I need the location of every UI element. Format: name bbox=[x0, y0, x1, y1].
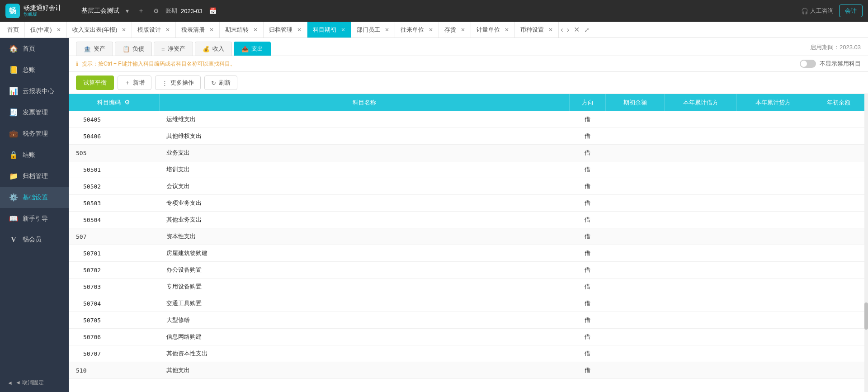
cell-initial-balance bbox=[606, 178, 665, 195]
calendar-icon[interactable]: 📅 bbox=[206, 5, 219, 16]
tab-income[interactable]: 收入支出表(年报) ✕ bbox=[67, 22, 132, 38]
tab-unit-close[interactable]: ✕ bbox=[505, 27, 509, 33]
service-btn[interactable]: 🎧 人工咨询 bbox=[801, 7, 834, 15]
more-icon: ⋮ bbox=[162, 80, 168, 86]
table-row[interactable]: 50504 其他业务支出 借 bbox=[69, 212, 868, 228]
cell-ytd-debit bbox=[665, 161, 737, 178]
tab-dept-employee-close[interactable]: ✕ bbox=[385, 27, 389, 33]
tab-interim[interactable]: 仅(中期) ✕ bbox=[25, 22, 67, 38]
sidebar-item-closing[interactable]: 🔒 结账 bbox=[0, 144, 69, 165]
tab-currency[interactable]: 币种设置 ✕ bbox=[515, 22, 559, 38]
archive-icon: 📁 bbox=[9, 172, 18, 180]
cell-code: 50501 bbox=[69, 161, 159, 178]
col-settings-icon[interactable]: ⚙ bbox=[124, 99, 130, 106]
settings-btn[interactable]: ⚙ bbox=[151, 5, 162, 16]
tab-archive-mgmt-close[interactable]: ✕ bbox=[297, 27, 302, 33]
table-row[interactable]: 510 其他支出 借 bbox=[69, 362, 868, 379]
tab-interim-close[interactable]: ✕ bbox=[57, 27, 61, 33]
table-row[interactable]: 50406 其他维权支出 借 bbox=[69, 128, 868, 145]
add-btn[interactable]: ＋ 新增 bbox=[118, 76, 151, 90]
table-row[interactable]: 50704 交通工具购置 借 bbox=[69, 295, 868, 312]
col-code[interactable]: 科目编码 ⚙ bbox=[69, 94, 159, 111]
sidebar-item-basic-settings[interactable]: ⚙️ 基础设置 bbox=[0, 187, 69, 208]
tab-inventory-close[interactable]: ✕ bbox=[461, 27, 465, 33]
table-row[interactable]: 50503 专项业务支出 借 bbox=[69, 195, 868, 212]
scrollbar-thumb[interactable] bbox=[864, 302, 868, 330]
sidebar-item-tax[interactable]: 💼 税务管理 bbox=[0, 123, 69, 144]
more-actions-btn[interactable]: ⋮ 更多操作 bbox=[155, 76, 201, 90]
table-row[interactable]: 50701 房屋建筑物购建 借 bbox=[69, 245, 868, 262]
calculate-btn[interactable]: 试算平衡 bbox=[76, 76, 114, 90]
tab-period-end-close[interactable]: ✕ bbox=[253, 27, 258, 33]
table-row[interactable]: 50405 运维维支出 借 bbox=[69, 111, 868, 128]
sidebar-archive-label: 归档管理 bbox=[23, 172, 48, 180]
table-row[interactable]: 50703 专用设备购置 借 bbox=[69, 279, 868, 295]
cell-name: 资本性支出 bbox=[159, 228, 570, 245]
tab-close-all-btn[interactable]: ✕ bbox=[571, 25, 582, 34]
table-row[interactable]: 50707 其他资本性支出 借 bbox=[69, 345, 868, 362]
tab-counterparty-close[interactable]: ✕ bbox=[429, 27, 433, 33]
report-icon: 📊 bbox=[9, 87, 18, 95]
cell-initial-balance bbox=[606, 262, 665, 279]
disable-toggle[interactable] bbox=[800, 60, 816, 68]
sub-tab-liabilities[interactable]: 📋 负债 bbox=[115, 42, 152, 56]
cell-ytd-credit bbox=[737, 262, 809, 279]
table-row[interactable]: 50706 信息网络购建 借 bbox=[69, 329, 868, 345]
tab-currency-close[interactable]: ✕ bbox=[548, 27, 553, 33]
sub-tab-income[interactable]: 💰 收入 bbox=[195, 42, 232, 56]
tab-nav-left[interactable]: ‹ bbox=[559, 26, 565, 34]
tab-nav-right[interactable]: › bbox=[565, 26, 571, 34]
sidebar: 🏠 首页 📒 总账 📊 云报表中心 🧾 发票管理 💼 税务管理 🔒 结账 📁 归… bbox=[0, 38, 69, 392]
company-name[interactable]: 基层工会测试 bbox=[81, 7, 119, 15]
tab-unit[interactable]: 计量单位 ✕ bbox=[471, 22, 515, 38]
member-icon: V bbox=[9, 236, 18, 244]
header-right: 🎧 人工咨询 会计 bbox=[801, 5, 863, 17]
sidebar-item-general-ledger[interactable]: 📒 总账 bbox=[0, 59, 69, 80]
tab-expand-btn[interactable]: ⤢ bbox=[582, 26, 591, 33]
tab-subject-init[interactable]: 科目期初 ✕ bbox=[307, 22, 351, 38]
tab-income-close[interactable]: ✕ bbox=[122, 27, 126, 33]
sidebar-item-archive[interactable]: 📁 归档管理 bbox=[0, 165, 69, 187]
sidebar-item-guide[interactable]: 📖 新手引导 bbox=[0, 208, 69, 229]
sidebar-collapse-btn[interactable]: ◄ ◄ 取消固定 bbox=[0, 373, 69, 392]
table-row[interactable]: 50705 大型修缮 借 bbox=[69, 312, 868, 329]
sidebar-item-home[interactable]: 🏠 首页 bbox=[0, 38, 69, 59]
cell-direction: 借 bbox=[570, 329, 606, 345]
tab-period-end[interactable]: 期末结转 ✕ bbox=[220, 22, 264, 38]
tab-tax[interactable]: 税表清册 ✕ bbox=[176, 22, 220, 38]
sub-tab-expenditure[interactable]: 📤 支出 bbox=[234, 42, 271, 56]
table-container[interactable]: 科目编码 ⚙ 科目名称 方向 期初余额 本年累计借方 本年累计贷方 年初余额 5… bbox=[69, 94, 868, 392]
tab-inventory[interactable]: 存货 ✕ bbox=[439, 22, 471, 38]
tab-archive-mgmt[interactable]: 归档管理 ✕ bbox=[264, 22, 307, 38]
tab-subject-init-close[interactable]: ✕ bbox=[341, 27, 345, 33]
tab-counterparty[interactable]: 往来单位 ✕ bbox=[395, 22, 439, 38]
tab-template-close[interactable]: ✕ bbox=[165, 27, 170, 33]
cell-name: 信息网络购建 bbox=[159, 329, 570, 345]
company-dropdown-btn[interactable]: ▾ bbox=[123, 5, 132, 16]
tab-income-label: 收入支出表(年报) bbox=[72, 26, 118, 34]
sidebar-item-report-center[interactable]: 📊 云报表中心 bbox=[0, 80, 69, 102]
tab-home[interactable]: 首页 bbox=[2, 22, 25, 38]
table-row[interactable]: 505 业务支出 借 bbox=[69, 145, 868, 161]
add-tab-btn[interactable]: ＋ bbox=[135, 5, 147, 17]
scrollbar-track[interactable] bbox=[864, 94, 868, 392]
table-row[interactable]: 50702 办公设备购置 借 bbox=[69, 262, 868, 279]
account-btn[interactable]: 会计 bbox=[839, 5, 863, 17]
sub-tab-net-assets[interactable]: ≡ 净资产 bbox=[154, 42, 193, 56]
tab-tax-close[interactable]: ✕ bbox=[209, 27, 214, 33]
table-row[interactable]: 507 资本性支出 借 bbox=[69, 228, 868, 245]
table-row[interactable]: 50502 会议支出 借 bbox=[69, 178, 868, 195]
cell-direction: 借 bbox=[570, 111, 606, 128]
cell-code: 505 bbox=[69, 145, 159, 161]
tab-template[interactable]: 模版设计 ✕ bbox=[132, 22, 176, 38]
content-area: 🏦 资产 📋 负债 ≡ 净资产 💰 收入 📤 支出 启用期间：2023.03 bbox=[69, 38, 868, 392]
table-row[interactable]: 50501 培训支出 借 bbox=[69, 161, 868, 178]
refresh-btn[interactable]: ↻ 刷新 bbox=[204, 76, 237, 90]
cell-direction: 借 bbox=[570, 295, 606, 312]
sub-tab-assets[interactable]: 🏦 资产 bbox=[76, 42, 113, 56]
sidebar-item-invoice[interactable]: 🧾 发票管理 bbox=[0, 102, 69, 123]
sidebar-item-member[interactable]: V 畅会员 bbox=[0, 229, 69, 250]
sidebar-member-label: 畅会员 bbox=[23, 236, 42, 244]
tab-dept-employee[interactable]: 部门员工 ✕ bbox=[351, 22, 395, 38]
cell-ytd-debit bbox=[665, 345, 737, 362]
